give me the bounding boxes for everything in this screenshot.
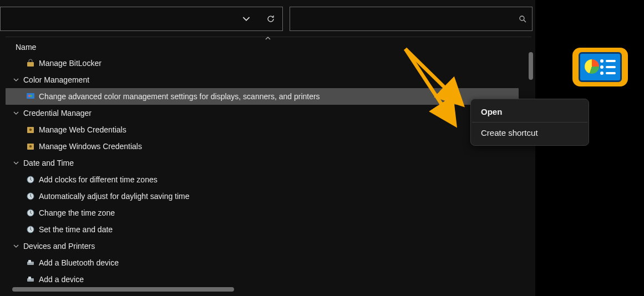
svg-rect-16 <box>28 277 31 279</box>
svg-rect-14 <box>28 260 31 263</box>
toolbar <box>0 7 533 31</box>
list-item-label: Manage Windows Credentials <box>39 142 142 151</box>
list-item-label: Manage Web Credentials <box>39 125 126 134</box>
vault-icon <box>26 141 36 151</box>
list-item-label: Add a Bluetooth device <box>39 258 119 267</box>
list-item[interactable]: Manage Windows Credentials <box>6 138 531 155</box>
group-header[interactable]: Devices and Printers <box>6 238 531 254</box>
list-item[interactable]: Change advanced color management setting… <box>6 88 519 105</box>
list-item[interactable]: Set the time and date <box>6 221 531 238</box>
results-list: Name Manage BitLockerColor ManagementCha… <box>6 37 531 292</box>
svg-point-8 <box>29 145 32 147</box>
list-item-label: Change the time zone <box>39 208 115 217</box>
svg-point-6 <box>29 129 32 131</box>
device-icon <box>26 258 36 268</box>
control-panel-shortcut-icon[interactable] <box>572 48 628 86</box>
list-item[interactable]: Automatically adjust for daylight saving… <box>6 188 531 205</box>
device-icon <box>26 274 36 284</box>
svg-point-4 <box>30 95 32 97</box>
group-label: Credential Manager <box>23 109 92 118</box>
list-item[interactable]: Add a device <box>6 271 531 288</box>
history-dropdown-icon[interactable] <box>240 13 252 25</box>
context-menu-create-shortcut[interactable]: Create shortcut <box>471 123 589 143</box>
list-item-label: Add a device <box>39 275 84 284</box>
refresh-icon[interactable] <box>265 13 277 25</box>
chevron-down-icon <box>13 243 20 249</box>
list-item-label: Set the time and date <box>39 225 113 234</box>
explorer-window: Name Manage BitLockerColor ManagementCha… <box>0 0 535 296</box>
color-mgmt-icon <box>26 91 36 101</box>
svg-rect-1 <box>27 62 34 67</box>
list-item-label: Manage BitLocker <box>39 59 102 68</box>
list-item[interactable]: Add clocks for different time zones <box>6 171 531 188</box>
list-item-label: Change advanced color management setting… <box>39 92 320 101</box>
search-box[interactable] <box>290 7 533 31</box>
chevron-down-icon <box>13 77 20 83</box>
list-item[interactable]: Manage Web Credentials <box>6 121 531 138</box>
clock-icon <box>26 224 36 234</box>
group-header[interactable]: Date and Time <box>6 155 531 171</box>
list-item[interactable]: Add a Bluetooth device <box>6 254 531 271</box>
clock-icon <box>26 191 36 201</box>
clock-icon <box>26 175 36 185</box>
group-header[interactable]: Color Management <box>6 72 531 88</box>
vertical-scrollbar-thumb[interactable] <box>529 52 533 80</box>
group-label: Date and Time <box>23 159 74 167</box>
vault-icon <box>26 125 36 135</box>
list-item[interactable]: Manage BitLocker <box>6 55 531 72</box>
svg-point-0 <box>520 16 524 21</box>
context-menu-open[interactable]: Open <box>471 101 589 122</box>
group-header[interactable]: Credential Manager <box>6 105 531 121</box>
horizontal-scrollbar-thumb[interactable] <box>12 287 234 292</box>
list-item[interactable]: Change the time zone <box>6 205 531 221</box>
search-icon <box>519 15 526 23</box>
list-item-label: Automatically adjust for daylight saving… <box>39 192 190 201</box>
clock-icon <box>26 208 36 218</box>
address-bar[interactable] <box>0 7 283 31</box>
group-label: Devices and Printers <box>23 242 95 251</box>
sort-indicator-icon <box>265 36 271 40</box>
chevron-down-icon <box>13 160 20 166</box>
column-header-name[interactable]: Name <box>6 39 531 55</box>
context-menu: Open Create shortcut <box>470 99 589 146</box>
bitlocker-icon <box>26 58 36 68</box>
group-label: Color Management <box>23 75 89 84</box>
list-item-label: Add clocks for different time zones <box>39 175 158 184</box>
search-input[interactable] <box>296 14 519 24</box>
chevron-down-icon <box>13 110 20 116</box>
